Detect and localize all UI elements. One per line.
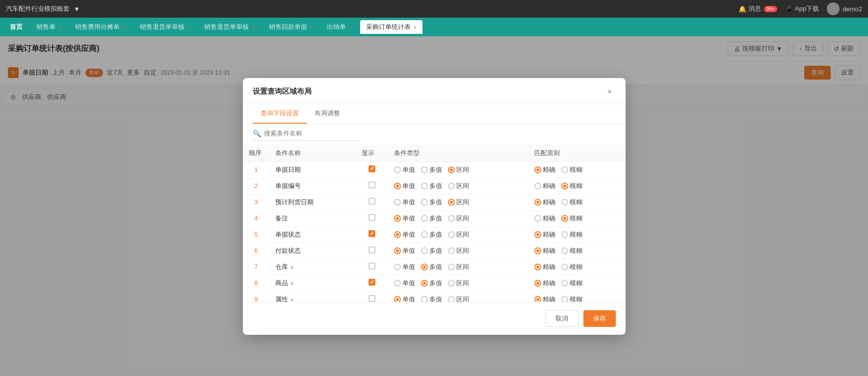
download-area[interactable]: 📱 App下载 xyxy=(785,4,819,13)
search-input[interactable] xyxy=(264,130,352,137)
type-multi-radio[interactable]: 多值 xyxy=(421,214,442,223)
notification-area[interactable]: 🔔 消息 99+ xyxy=(738,4,777,13)
match-exact-radio[interactable]: 精确 xyxy=(534,295,555,302)
display-checkbox[interactable] xyxy=(368,295,375,302)
cell-type: 单值 多值 区间 xyxy=(388,275,528,291)
order-number: 3 xyxy=(254,198,258,206)
radio-single-circle xyxy=(394,280,401,287)
cell-display xyxy=(356,275,388,291)
cancel-button[interactable]: 取消 xyxy=(545,310,579,327)
type-single-radio[interactable]: 单值 xyxy=(394,182,415,190)
match-fuzzy-radio[interactable]: 模糊 xyxy=(561,279,582,288)
radio-multi-label: 多值 xyxy=(429,263,442,271)
tab-purchase-stats[interactable]: 采购订单统计表 × xyxy=(360,20,422,34)
tab-return[interactable]: 销售退货单审核 × xyxy=(134,20,196,34)
match-fuzzy-radio[interactable]: 模糊 xyxy=(561,198,582,207)
tab-cashier-close[interactable]: × xyxy=(349,24,352,30)
radio-multi-label: 多值 xyxy=(429,279,442,288)
dialog-close-button[interactable]: × xyxy=(604,86,616,98)
type-range-radio[interactable]: 区间 xyxy=(448,295,469,302)
type-multi-radio[interactable]: 多值 xyxy=(421,246,442,255)
order-number: 1 xyxy=(254,166,258,173)
match-exact-radio[interactable]: 精确 xyxy=(534,165,555,174)
tab-return2-close[interactable]: × xyxy=(252,24,255,30)
type-multi-radio[interactable]: 多值 xyxy=(421,263,442,271)
radio-range-label: 区间 xyxy=(456,246,469,255)
match-exact-radio[interactable]: 精确 xyxy=(534,198,555,207)
match-fuzzy-radio[interactable]: 模糊 xyxy=(561,182,582,190)
match-exact-radio[interactable]: 精确 xyxy=(534,182,555,190)
tab-return2[interactable]: 销售退货单审核 × xyxy=(198,20,261,34)
col-header-match: 匹配原则 xyxy=(528,145,626,162)
cell-order: 5 xyxy=(243,226,270,242)
download-label: App下载 xyxy=(795,4,819,13)
type-single-radio[interactable]: 单值 xyxy=(394,295,415,302)
type-multi-radio[interactable]: 多值 xyxy=(421,230,442,239)
tab-query-fields[interactable]: 查询字段设置 xyxy=(253,104,307,124)
type-single-radio[interactable]: 单值 xyxy=(394,198,415,207)
type-multi-radio[interactable]: 多值 xyxy=(421,182,442,190)
display-checkbox[interactable] xyxy=(368,165,375,172)
type-multi-radio[interactable]: 多值 xyxy=(421,165,442,174)
col-header-display: 显示 xyxy=(356,145,388,162)
match-exact-radio[interactable]: 精确 xyxy=(534,230,555,239)
type-single-radio[interactable]: 单值 xyxy=(394,230,415,239)
tab-return-close[interactable]: × xyxy=(187,24,190,30)
match-exact-radio[interactable]: 精确 xyxy=(534,214,555,223)
radio-fuzzy-label: 模糊 xyxy=(570,279,582,288)
match-fuzzy-radio[interactable]: 模糊 xyxy=(561,263,582,271)
match-exact-radio[interactable]: 精确 xyxy=(534,246,555,255)
type-range-radio[interactable]: 区间 xyxy=(448,198,469,207)
type-range-radio[interactable]: 区间 xyxy=(448,182,469,190)
match-exact-radio[interactable]: 精确 xyxy=(534,279,555,288)
match-fuzzy-radio[interactable]: 模糊 xyxy=(561,214,582,223)
tab-receipt-close[interactable]: × xyxy=(310,24,313,30)
display-checkbox[interactable] xyxy=(368,263,375,269)
type-multi-radio[interactable]: 多值 xyxy=(421,295,442,302)
type-single-radio[interactable]: 单值 xyxy=(394,279,415,288)
cell-name: 付款状态 xyxy=(269,242,356,259)
cell-order: 2 xyxy=(243,178,270,194)
save-button[interactable]: 保存 xyxy=(583,310,616,327)
match-radio-group: 精确 模糊 xyxy=(534,263,620,271)
display-checkbox[interactable] xyxy=(368,246,375,253)
tab-expense[interactable]: 销售费用分摊单 × xyxy=(69,20,132,34)
display-checkbox[interactable] xyxy=(368,198,375,205)
app-title-dropdown-icon[interactable]: ▼ xyxy=(74,5,80,13)
match-fuzzy-radio[interactable]: 模糊 xyxy=(561,295,582,302)
match-fuzzy-radio[interactable]: 模糊 xyxy=(561,230,582,239)
display-checkbox[interactable] xyxy=(368,182,375,188)
tab-receipt[interactable]: 销售回款单据 × xyxy=(263,20,319,34)
top-bar: 汽车配件行业模拟账套 ▼ 🔔 消息 99+ 📱 App下载 demo2 xyxy=(0,0,868,18)
tab-sales-close[interactable]: × xyxy=(58,24,61,30)
tab-home[interactable]: 首页 xyxy=(4,20,28,34)
type-single-radio[interactable]: 单值 xyxy=(394,263,415,271)
display-checkbox[interactable] xyxy=(368,230,375,237)
type-multi-radio[interactable]: 多值 xyxy=(421,279,442,288)
type-range-radio[interactable]: 区间 xyxy=(448,165,469,174)
tab-layout-adjust[interactable]: 布局调整 xyxy=(307,104,348,124)
display-checkbox[interactable] xyxy=(368,279,375,286)
type-single-radio[interactable]: 单值 xyxy=(394,214,415,223)
tab-cashier[interactable]: 出纳单 × xyxy=(321,20,358,34)
type-range-radio[interactable]: 区间 xyxy=(448,279,469,288)
match-fuzzy-radio[interactable]: 模糊 xyxy=(561,246,582,255)
type-range-radio[interactable]: 区间 xyxy=(448,230,469,239)
tab-expense-close[interactable]: × xyxy=(123,24,126,30)
radio-exact-circle xyxy=(534,183,541,189)
user-area[interactable]: demo2 xyxy=(827,2,862,15)
cell-order: 7 xyxy=(243,259,270,275)
display-checkbox[interactable] xyxy=(368,214,375,221)
type-range-radio[interactable]: 区间 xyxy=(448,263,469,271)
type-multi-radio[interactable]: 多值 xyxy=(421,198,442,207)
type-range-radio[interactable]: 区间 xyxy=(448,214,469,223)
tab-sales[interactable]: 销售单 × xyxy=(30,20,67,34)
match-exact-radio[interactable]: 精确 xyxy=(534,263,555,271)
radio-multi-circle xyxy=(421,247,428,254)
type-single-radio[interactable]: 单值 xyxy=(394,246,415,255)
type-range-radio[interactable]: 区间 xyxy=(448,246,469,255)
tab-purchase-stats-close[interactable]: × xyxy=(414,24,417,30)
match-fuzzy-radio[interactable]: 模糊 xyxy=(561,165,582,174)
type-single-radio[interactable]: 单值 xyxy=(394,165,415,174)
radio-single-label: 单值 xyxy=(402,246,415,255)
